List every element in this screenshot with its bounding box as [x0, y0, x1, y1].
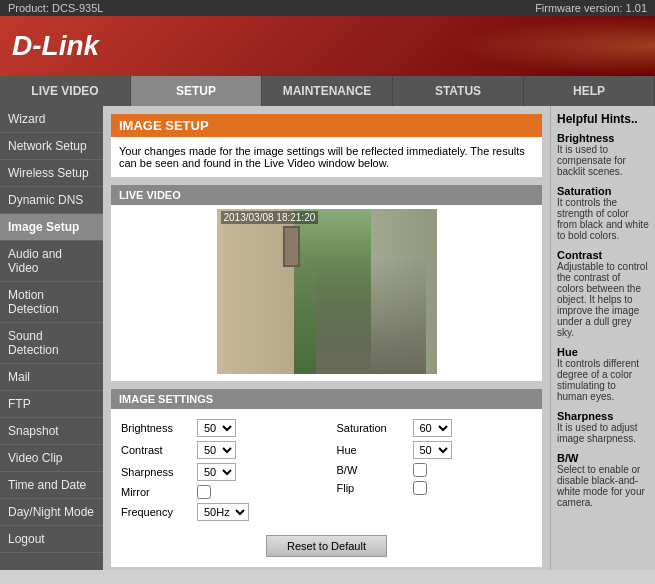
sidebar-item-ftp[interactable]: FTP	[0, 391, 103, 418]
settings-right: Saturation 60 Hue 50 B/W	[337, 419, 533, 525]
sidebar-item-logout[interactable]: Logout	[0, 526, 103, 553]
mirror-label: Mirror	[121, 486, 191, 498]
sidebar-item-wizard[interactable]: Wizard	[0, 106, 103, 133]
hint-brightness: Brightness It is used to compensate for …	[557, 132, 649, 177]
frequency-select[interactable]: 50Hz	[197, 503, 249, 521]
hint-bw: B/W Select to enable or disable black-an…	[557, 452, 649, 508]
tab-maintenance[interactable]: MAINTENANCE	[262, 76, 393, 106]
nav-bar: LIVE VIDEO SETUP MAINTENANCE STATUS HELP	[0, 76, 655, 106]
brightness-label: Brightness	[121, 422, 191, 434]
product-info: Product: DCS-935L	[8, 2, 103, 14]
flip-label: Flip	[337, 482, 407, 494]
sidebar-item-snapshot[interactable]: Snapshot	[0, 418, 103, 445]
frequency-row: Frequency 50Hz	[121, 503, 317, 521]
sidebar-item-video-clip[interactable]: Video Clip	[0, 445, 103, 472]
video-scene	[217, 209, 437, 374]
mirror-checkbox[interactable]	[197, 485, 211, 499]
hint-brightness-label: Brightness	[557, 132, 649, 144]
sidebar-item-dynamic-dns[interactable]: Dynamic DNS	[0, 187, 103, 214]
video-frame: 2013/03/08 18:21:20	[217, 209, 437, 374]
sidebar-item-time-date[interactable]: Time and Date	[0, 472, 103, 499]
sharpness-label: Sharpness	[121, 466, 191, 478]
contrast-row: Contrast 50	[121, 441, 317, 459]
bw-checkbox[interactable]	[413, 463, 427, 477]
hint-contrast-text: Adjustable to control the contrast of co…	[557, 261, 649, 338]
sidebar-item-sound-detection[interactable]: Sound Detection	[0, 323, 103, 364]
main-content: IMAGE SETUP Your changes made for the im…	[103, 106, 550, 570]
hint-hue-label: Hue	[557, 346, 649, 358]
hint-hue-text: It controls different degree of a color …	[557, 358, 649, 402]
brightness-row: Brightness 50	[121, 419, 317, 437]
frame-picture	[283, 226, 301, 267]
video-timestamp: 2013/03/08 18:21:20	[221, 211, 319, 224]
hint-hue: Hue It controls different degree of a co…	[557, 346, 649, 402]
live-video-container: 2013/03/08 18:21:20	[111, 205, 542, 381]
hint-sharpness-text: It is used to adjust image sharpness.	[557, 422, 649, 444]
image-setup-title: IMAGE SETUP	[111, 114, 542, 137]
contrast-select[interactable]: 50	[197, 441, 236, 459]
sidebar-item-image-setup[interactable]: Image Setup	[0, 214, 103, 241]
settings-grid: Brightness 50 Contrast 50 Sharpness	[121, 419, 532, 525]
top-bar: Product: DCS-935L Firmware version: 1.01	[0, 0, 655, 16]
hint-saturation: Saturation It controls the strength of c…	[557, 185, 649, 241]
hint-brightness-text: It is used to compensate for backlit sce…	[557, 144, 649, 177]
tab-setup[interactable]: SETUP	[131, 76, 262, 106]
hue-row: Hue 50	[337, 441, 533, 459]
contrast-label: Contrast	[121, 444, 191, 456]
firmware-info: Firmware version: 1.01	[535, 2, 647, 14]
sidebar: Wizard Network Setup Wireless Setup Dyna…	[0, 106, 103, 570]
hints-panel: Helpful Hints.. Brightness It is used to…	[550, 106, 655, 570]
image-settings-title: IMAGE SETTINGS	[111, 389, 542, 409]
brightness-select[interactable]: 50	[197, 419, 236, 437]
sidebar-item-wireless-setup[interactable]: Wireless Setup	[0, 160, 103, 187]
hint-bw-text: Select to enable or disable black-and-wh…	[557, 464, 649, 508]
tab-help[interactable]: HELP	[524, 76, 655, 106]
live-video-title: LIVE VIDEO	[111, 185, 542, 205]
sidebar-item-network-setup[interactable]: Network Setup	[0, 133, 103, 160]
hint-contrast-label: Contrast	[557, 249, 649, 261]
tab-live-video[interactable]: LIVE VIDEO	[0, 76, 131, 106]
saturation-label: Saturation	[337, 422, 407, 434]
bw-label: B/W	[337, 464, 407, 476]
image-settings-body: Brightness 50 Contrast 50 Sharpness	[111, 409, 542, 567]
hue-label: Hue	[337, 444, 407, 456]
bw-row: B/W	[337, 463, 533, 477]
logo: D-Link	[12, 30, 99, 62]
hint-saturation-label: Saturation	[557, 185, 649, 197]
hint-bw-label: B/W	[557, 452, 649, 464]
flip-row: Flip	[337, 481, 533, 495]
hint-sharpness: Sharpness It is used to adjust image sha…	[557, 410, 649, 444]
flip-checkbox[interactable]	[413, 481, 427, 495]
mirror-row: Mirror	[121, 485, 317, 499]
saturation-row: Saturation 60	[337, 419, 533, 437]
sidebar-item-mail[interactable]: Mail	[0, 364, 103, 391]
sharpness-select[interactable]: 50	[197, 463, 236, 481]
hint-saturation-text: It controls the strength of color from b…	[557, 197, 649, 241]
reset-button[interactable]: Reset to Default	[266, 535, 387, 557]
sharpness-row: Sharpness 50	[121, 463, 317, 481]
sidebar-item-audio-video[interactable]: Audio and Video	[0, 241, 103, 282]
settings-left: Brightness 50 Contrast 50 Sharpness	[121, 419, 317, 525]
frequency-label: Frequency	[121, 506, 191, 518]
main-layout: Wizard Network Setup Wireless Setup Dyna…	[0, 106, 655, 570]
sidebar-item-motion-detection[interactable]: Motion Detection	[0, 282, 103, 323]
image-setup-description: Your changes made for the image settings…	[111, 137, 542, 177]
hints-title: Helpful Hints..	[557, 112, 649, 126]
tab-status[interactable]: STATUS	[393, 76, 524, 106]
hint-contrast: Contrast Adjustable to control the contr…	[557, 249, 649, 338]
hue-select[interactable]: 50	[413, 441, 452, 459]
saturation-select[interactable]: 60	[413, 419, 452, 437]
sidebar-item-day-night[interactable]: Day/Night Mode	[0, 499, 103, 526]
staircase	[316, 259, 426, 375]
hint-sharpness-label: Sharpness	[557, 410, 649, 422]
header: D-Link	[0, 16, 655, 76]
